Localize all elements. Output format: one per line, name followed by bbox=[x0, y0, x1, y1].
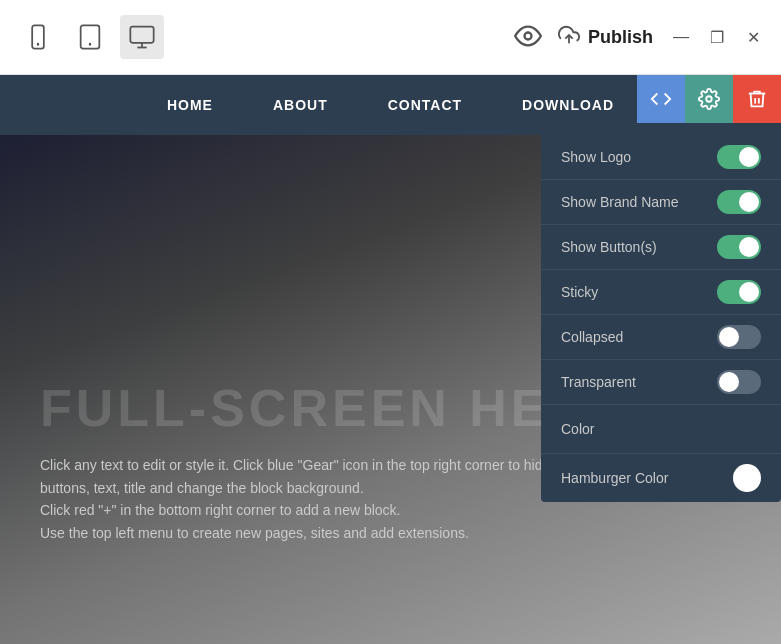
settings-tool-button[interactable] bbox=[685, 75, 733, 123]
toggle-5[interactable] bbox=[717, 370, 761, 394]
hero-line3: Use the top left menu to create new page… bbox=[40, 525, 469, 541]
device-icons bbox=[16, 15, 164, 59]
dropdown-label-1: Show Brand Name bbox=[561, 194, 679, 210]
dropdown-row-5[interactable]: Transparent bbox=[541, 360, 781, 405]
code-tool-button[interactable] bbox=[637, 75, 685, 123]
dropdown-row-1[interactable]: Show Brand Name bbox=[541, 180, 781, 225]
dropdown-label-2: Show Button(s) bbox=[561, 239, 657, 255]
dropdown-row-6[interactable]: Color bbox=[541, 405, 781, 454]
tablet-device-button[interactable] bbox=[68, 15, 112, 59]
publish-label: Publish bbox=[588, 27, 653, 48]
minimize-button[interactable]: — bbox=[669, 25, 693, 49]
settings-dropdown: Show LogoShow Brand NameShow Button(s)St… bbox=[541, 135, 781, 502]
color-swatch-7[interactable] bbox=[733, 464, 761, 492]
publish-icon bbox=[558, 24, 580, 51]
top-right-controls: Publish — ❐ ✕ bbox=[514, 22, 765, 53]
toggle-0[interactable] bbox=[717, 145, 761, 169]
window-controls: — ❐ ✕ bbox=[669, 25, 765, 49]
delete-tool-button[interactable] bbox=[733, 75, 781, 123]
dropdown-label-6: Color bbox=[561, 421, 594, 437]
nav-item-download[interactable]: DOWNLOAD bbox=[522, 97, 614, 113]
dropdown-row-3[interactable]: Sticky bbox=[541, 270, 781, 315]
nav-item-about[interactable]: ABOUT bbox=[273, 97, 328, 113]
dropdown-row-4[interactable]: Collapsed bbox=[541, 315, 781, 360]
top-bar: Publish — ❐ ✕ bbox=[0, 0, 781, 75]
toggle-2[interactable] bbox=[717, 235, 761, 259]
svg-point-9 bbox=[706, 96, 712, 102]
desktop-device-button[interactable] bbox=[120, 15, 164, 59]
maximize-button[interactable]: ❐ bbox=[705, 25, 729, 49]
navbar: HOME ABOUT CONTACT DOWNLOAD bbox=[0, 75, 781, 135]
dropdown-row-2[interactable]: Show Button(s) bbox=[541, 225, 781, 270]
svg-rect-4 bbox=[130, 27, 153, 43]
dropdown-row-7[interactable]: Hamburger Color bbox=[541, 454, 781, 502]
mobile-device-button[interactable] bbox=[16, 15, 60, 59]
dropdown-label-7: Hamburger Color bbox=[561, 470, 668, 486]
svg-point-7 bbox=[524, 32, 531, 39]
hero-line1: Click any text to edit or style it. Clic… bbox=[40, 457, 587, 495]
publish-button[interactable]: Publish bbox=[558, 24, 653, 51]
dropdown-label-4: Collapsed bbox=[561, 329, 623, 345]
toggle-4[interactable] bbox=[717, 325, 761, 349]
dropdown-label-0: Show Logo bbox=[561, 149, 631, 165]
preview-button[interactable] bbox=[514, 22, 542, 53]
nav-item-home[interactable]: HOME bbox=[167, 97, 213, 113]
nav-toolbar bbox=[637, 75, 781, 123]
toggle-3[interactable] bbox=[717, 280, 761, 304]
dropdown-label-5: Transparent bbox=[561, 374, 636, 390]
hero-line2: Click red "+" in the bottom right corner… bbox=[40, 502, 401, 518]
close-button[interactable]: ✕ bbox=[741, 25, 765, 49]
toggle-1[interactable] bbox=[717, 190, 761, 214]
nav-item-contact[interactable]: CONTACT bbox=[388, 97, 462, 113]
dropdown-row-0[interactable]: Show Logo bbox=[541, 135, 781, 180]
color-swatch-6[interactable] bbox=[733, 415, 761, 443]
dropdown-label-3: Sticky bbox=[561, 284, 598, 300]
